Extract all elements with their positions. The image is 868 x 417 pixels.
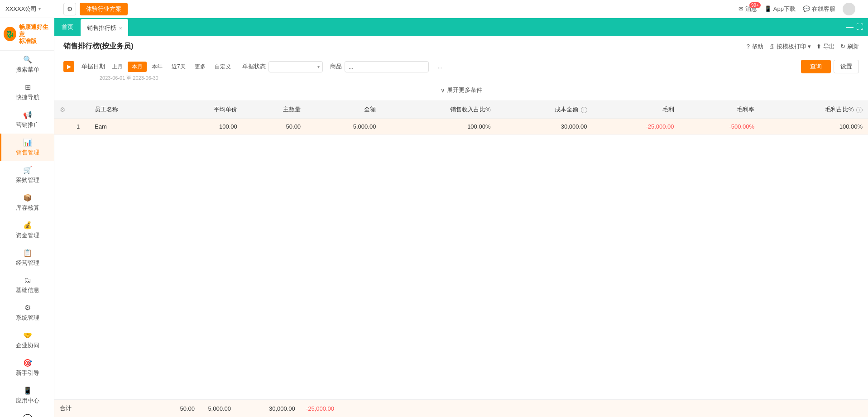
refresh-btn[interactable]: ↻ 刷新: [840, 43, 859, 51]
home-tab-label: 首页: [62, 23, 73, 31]
sidebar-label-sales: 销售管理: [16, 149, 39, 157]
date-filter-group: 单据日期 上月 本月 本年 近7天 更多 自定义: [82, 62, 235, 72]
sidebar-item-appstore[interactable]: 📱 应用中心: [0, 382, 54, 409]
online-service-btn[interactable]: 💬 在线客服: [803, 5, 835, 13]
operations-icon: 📋: [23, 249, 32, 257]
help-icon: ?: [747, 43, 750, 50]
page-header: 销售排行榜(按业务员) ? 帮助 🖨 按模板打印 ▾ ⬆: [54, 36, 868, 55]
sidebar-item-marketing[interactable]: 📢 营销推广: [0, 106, 54, 134]
main-layout: 🐉 畅康通好生意 标准版 🔍 搜索菜单 ⊞ 快捷导航 📢 营销推广 📊 销售管理…: [0, 18, 868, 417]
date-tab-custom[interactable]: 自定义: [211, 62, 235, 72]
tab-minimize-btn[interactable]: —: [846, 24, 854, 31]
content-area: 首页 销售排行榜 × — ⛶ 销售排行榜(按业务员) ? 帮助: [54, 18, 868, 417]
footer-profit: -25,000.00: [301, 405, 340, 412]
export-btn[interactable]: ⬆ 导出: [816, 43, 835, 51]
sidebar-item-sales[interactable]: 📊 销售管理: [0, 134, 54, 161]
print-dropdown[interactable]: 🖨 按模板打印 ▾: [769, 43, 811, 51]
tab-sales-ranking[interactable]: 销售排行榜 ×: [81, 19, 128, 37]
page-title: 销售排行榜(按业务员): [63, 42, 134, 51]
status-select[interactable]: [269, 61, 323, 72]
sidebar-item-inventory[interactable]: 📦 库存核算: [0, 189, 54, 216]
more-options-btn[interactable]: ...: [438, 63, 442, 70]
basic-icon: 🗂: [24, 276, 31, 284]
sidebar-item-quicknav[interactable]: ⊞ 快捷导航: [0, 78, 54, 106]
finance-icon: 💰: [23, 221, 32, 230]
th-settings[interactable]: ⚙: [54, 101, 71, 119]
sidebar-item-guide[interactable]: 🎯 新手引导: [0, 354, 54, 382]
status-filter-group: 单据状态: [242, 61, 323, 72]
sidebar-item-basic[interactable]: 🗂 基础信息: [0, 272, 54, 299]
collab-icon: 🤝: [23, 331, 32, 340]
help-btn[interactable]: ? 帮助: [747, 43, 763, 51]
company-name: XXXXX公司: [5, 5, 37, 13]
date-filter-label: 单据日期: [82, 62, 105, 71]
sidebar: 🐉 畅康通好生意 标准版 🔍 搜索菜单 ⊞ 快捷导航 📢 营销推广 📊 销售管理…: [0, 18, 54, 417]
table-header-row: ⚙ 员工名称 平均单价 主数量 全额 销售收入占比% 成本全额 i: [54, 101, 868, 119]
td-qty: 50.00: [243, 119, 306, 135]
status-select-wrap[interactable]: [269, 61, 323, 72]
profit-pct-info-icon[interactable]: i: [856, 107, 863, 113]
logo-icon: 🐉: [4, 27, 16, 41]
tab-fullscreen-btn[interactable]: ⛶: [856, 24, 863, 31]
date-tab-more[interactable]: 更多: [191, 62, 210, 72]
filter-settings-btn[interactable]: 设置: [834, 60, 859, 73]
sidebar-label-guide: 新手引导: [16, 369, 39, 377]
td-profit-rate: -500.00%: [680, 119, 760, 135]
avatar[interactable]: [843, 3, 855, 15]
th-qty: 主数量: [243, 101, 306, 119]
th-profit-rate: 毛利率: [680, 101, 760, 119]
app-download-btn[interactable]: 📱 App下载: [764, 5, 796, 13]
sidebar-item-system[interactable]: ⚙ 系统管理: [0, 299, 54, 326]
table-body: 1 Eam 100.00 50.00 5,000.00 100.00% 30,0…: [54, 119, 868, 135]
data-table: ⚙ 员工名称 平均单价 主数量 全额 销售收入占比% 成本全额 i: [54, 101, 868, 135]
td-name: Eam: [89, 119, 166, 135]
wechat-icon: 💬: [23, 414, 32, 417]
table-footer: 合计 50.00 5,000.00 30,000.00 -25,000.00: [54, 399, 868, 417]
th-sales-pct: 销售收入占比%: [381, 101, 496, 119]
industry-button[interactable]: 体验行业方案: [80, 3, 128, 15]
export-icon: ⬆: [816, 43, 821, 50]
sidebar-label-purchase: 采购管理: [16, 176, 39, 184]
sidebar-item-collab[interactable]: 🤝 企业协同: [0, 326, 54, 354]
sales-icon: 📊: [23, 138, 32, 147]
goods-input[interactable]: [345, 61, 429, 72]
tab-home[interactable]: 首页: [54, 18, 81, 36]
date-tab-this-month[interactable]: 本月: [128, 62, 147, 72]
query-btn[interactable]: 查询: [801, 60, 831, 73]
company-chevron-icon: ▾: [38, 6, 41, 11]
top-bar: XXXXX公司 ▾ ⚙ 体验行业方案 ✉ 消息 99+ 📱 App下载 💬 在线…: [0, 0, 868, 18]
appstore-icon: 📱: [23, 386, 32, 395]
message-area[interactable]: ✉ 消息 99+: [739, 5, 757, 13]
goods-filter-label: 商品: [330, 62, 342, 71]
date-range-display: 2023-06-01 至 2023-06-30: [63, 74, 859, 81]
filter-arrow-btn[interactable]: ▶: [63, 61, 74, 72]
guide-icon: 🎯: [23, 359, 32, 367]
cost-info-icon[interactable]: i: [581, 107, 587, 113]
sidebar-logo: 🐉 畅康通好生意 标准版: [0, 18, 54, 51]
company-selector[interactable]: XXXXX公司 ▾: [5, 5, 60, 13]
td-sales-pct: 100.00%: [381, 119, 496, 135]
logo-text: 畅康通好生意 标准版: [19, 24, 50, 45]
th-name: 员工名称: [89, 101, 166, 119]
th-profit: 毛利: [593, 101, 680, 119]
td-amount: 5,000.00: [306, 119, 381, 135]
sidebar-item-finance[interactable]: 💰 资金管理: [0, 216, 54, 244]
column-settings-icon[interactable]: ⚙: [60, 106, 66, 113]
app-icon: 📱: [764, 5, 772, 12]
expand-more-btn[interactable]: ∨ 展开更多条件: [63, 84, 859, 96]
date-tab-last-month[interactable]: 上月: [108, 62, 127, 72]
sidebar-item-search[interactable]: 🔍 搜索菜单: [0, 51, 54, 78]
settings-icon[interactable]: ⚙: [63, 3, 76, 15]
td-profit-pct: 100.00%: [760, 119, 868, 135]
sidebar-item-operations[interactable]: 📋 经营管理: [0, 244, 54, 272]
td-index: 1: [71, 119, 89, 135]
date-tab-last7days[interactable]: 近7天: [168, 62, 190, 72]
refresh-icon: ↻: [840, 43, 845, 50]
sidebar-item-purchase[interactable]: 🛒 采购管理: [0, 161, 54, 189]
sidebar-item-wechat[interactable]: 💬 企业微信: [0, 409, 54, 417]
tab-bar: 首页 销售排行榜 × — ⛶: [54, 18, 868, 36]
footer-qty: 50.00: [164, 405, 200, 412]
expand-chevron-icon: ∨: [441, 87, 445, 94]
tab-close-icon[interactable]: ×: [119, 25, 122, 31]
date-tab-this-year[interactable]: 本年: [148, 62, 167, 72]
